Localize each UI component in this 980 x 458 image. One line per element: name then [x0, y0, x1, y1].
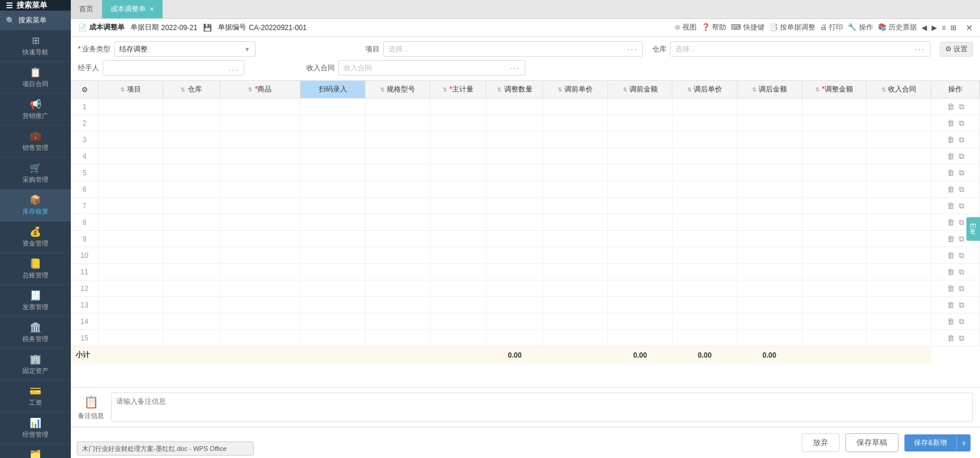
- row-2-after-price[interactable]: [672, 115, 737, 132]
- row-6-scan[interactable]: [300, 181, 365, 198]
- right-panel-tab[interactable]: Ear: [966, 217, 980, 241]
- discard-button[interactable]: 放弃: [802, 433, 839, 452]
- row-6-after-amount[interactable]: [737, 181, 802, 198]
- row-2-project[interactable]: [99, 115, 164, 132]
- row-4-after-amount[interactable]: [737, 148, 802, 165]
- ops-action[interactable]: 🔧 操作: [848, 22, 873, 32]
- row-8-after-amount[interactable]: [737, 214, 802, 231]
- row-7-product[interactable]: [220, 198, 300, 214]
- row-12-income-contract[interactable]: [867, 280, 932, 297]
- row-11-before-amount[interactable]: [607, 264, 672, 280]
- row-2-product[interactable]: [220, 115, 300, 132]
- row-11-before-price[interactable]: [543, 264, 608, 280]
- row-14-before-amount[interactable]: [607, 313, 672, 330]
- row-7-qty[interactable]: [486, 198, 543, 214]
- agent-input[interactable]: ...: [103, 60, 244, 76]
- row-6-product[interactable]: [220, 181, 300, 198]
- sidebar-item-invoice[interactable]: 🧾 发票管理: [0, 285, 71, 317]
- sidebar-item-finance[interactable]: 💰 资金管理: [0, 221, 71, 253]
- row-6-adj-amount[interactable]: [802, 181, 867, 198]
- save-draft-button[interactable]: 保存草稿: [845, 433, 899, 452]
- row-2-adj-amount[interactable]: [802, 115, 867, 132]
- row-13-unit[interactable]: [430, 297, 486, 313]
- row-7-scan[interactable]: [300, 198, 365, 214]
- project-input[interactable]: 选择... ···: [383, 41, 643, 57]
- row-11-copy-icon[interactable]: ⧉: [959, 267, 964, 276]
- row-14-before-price[interactable]: [543, 313, 608, 330]
- row-8-warehouse[interactable]: [163, 214, 220, 231]
- history-action[interactable]: 📚 历史票据: [878, 22, 917, 32]
- row-10-warehouse[interactable]: [163, 247, 220, 264]
- row-2-spec[interactable]: [365, 115, 430, 132]
- row-11-adj-amount[interactable]: [802, 264, 867, 280]
- print-action[interactable]: 🖨 打印: [820, 22, 843, 32]
- row-13-before-price[interactable]: [543, 297, 608, 313]
- tab-home[interactable]: 首页: [71, 0, 102, 18]
- row-7-project[interactable]: [99, 198, 164, 214]
- row-3-warehouse[interactable]: [163, 132, 220, 148]
- row-2-income-contract[interactable]: [867, 115, 932, 132]
- row-5-before-price[interactable]: [543, 165, 608, 181]
- row-13-delete-icon[interactable]: 🗑: [947, 300, 955, 309]
- row-8-adj-amount[interactable]: [802, 214, 867, 231]
- row-9-adj-amount[interactable]: [802, 231, 867, 247]
- row-13-warehouse[interactable]: [163, 297, 220, 313]
- row-5-product[interactable]: [220, 165, 300, 181]
- row-1-delete-icon[interactable]: 🗑: [947, 102, 955, 111]
- row-15-before-amount[interactable]: [607, 330, 672, 346]
- row-12-spec[interactable]: [365, 280, 430, 297]
- row-6-delete-icon[interactable]: 🗑: [947, 185, 955, 194]
- row-9-project[interactable]: [99, 231, 164, 247]
- row-6-unit[interactable]: [430, 181, 486, 198]
- row-3-after-price[interactable]: [672, 132, 737, 148]
- col-unit[interactable]: ⇅ *主计量: [430, 81, 486, 99]
- sidebar-item-marketing[interactable]: 📢 营销推广: [0, 94, 71, 126]
- row-15-after-amount[interactable]: [737, 330, 802, 346]
- row-4-before-price[interactable]: [543, 148, 608, 165]
- row-9-scan[interactable]: [300, 231, 365, 247]
- row-5-after-price[interactable]: [672, 165, 737, 181]
- sidebar-item-inventory[interactable]: 📦 库存核算: [0, 189, 71, 221]
- row-15-before-price[interactable]: [543, 330, 608, 346]
- row-13-after-amount[interactable]: [737, 297, 802, 313]
- row-4-project[interactable]: [99, 148, 164, 165]
- row-4-unit[interactable]: [430, 148, 486, 165]
- row-15-scan[interactable]: [300, 330, 365, 346]
- row-14-copy-icon[interactable]: ⧉: [959, 317, 964, 326]
- col-adj-amount[interactable]: ⇅ *调整金额: [802, 81, 867, 99]
- row-11-spec[interactable]: [365, 264, 430, 280]
- row-9-warehouse[interactable]: [163, 231, 220, 247]
- row-1-warehouse[interactable]: [163, 99, 220, 115]
- row-2-before-price[interactable]: [543, 115, 608, 132]
- row-11-qty[interactable]: [486, 264, 543, 280]
- row-4-qty[interactable]: [486, 148, 543, 165]
- row-9-product[interactable]: [220, 231, 300, 247]
- row-4-copy-icon[interactable]: ⧉: [959, 152, 964, 161]
- row-6-copy-icon[interactable]: ⧉: [959, 185, 964, 194]
- row-10-copy-icon[interactable]: ⧉: [959, 251, 964, 260]
- row-10-unit[interactable]: [430, 247, 486, 264]
- row-5-after-amount[interactable]: [737, 165, 802, 181]
- row-15-copy-icon[interactable]: ⧉: [959, 333, 964, 342]
- row-6-after-price[interactable]: [672, 181, 737, 198]
- row-10-adj-amount[interactable]: [802, 247, 867, 264]
- row-15-qty[interactable]: [486, 330, 543, 346]
- row-5-scan[interactable]: [300, 165, 365, 181]
- sidebar-item-ledger[interactable]: 📒 总账管理: [0, 253, 71, 285]
- row-15-after-price[interactable]: [672, 330, 737, 346]
- col-before-amount[interactable]: ⇅ 调前金额: [607, 81, 672, 99]
- row-11-unit[interactable]: [430, 264, 486, 280]
- row-11-project[interactable]: [99, 264, 164, 280]
- row-3-product[interactable]: [220, 132, 300, 148]
- row-15-product[interactable]: [220, 330, 300, 346]
- row-2-warehouse[interactable]: [163, 115, 220, 132]
- remarks-icon[interactable]: 📋 备注信息: [78, 392, 104, 420]
- row-8-product[interactable]: [220, 214, 300, 231]
- save-new-button[interactable]: 保存&新增 ∨: [904, 434, 971, 452]
- grid-view-icon[interactable]: ⊞: [950, 24, 956, 32]
- col-project[interactable]: ⇅ 项目: [99, 81, 164, 99]
- row-9-spec[interactable]: [365, 231, 430, 247]
- help-action[interactable]: ❓ 帮助: [701, 22, 726, 32]
- row-2-qty[interactable]: [486, 115, 543, 132]
- sidebar-item-operations[interactable]: 📊 经营管理: [0, 413, 71, 444]
